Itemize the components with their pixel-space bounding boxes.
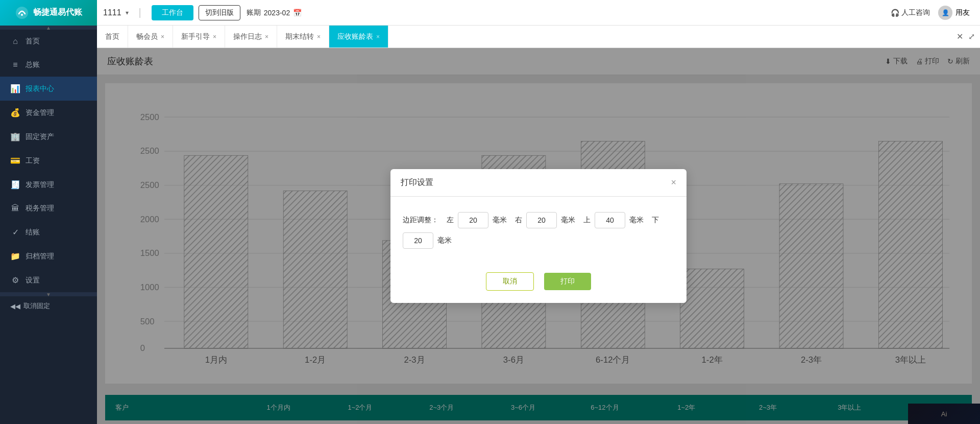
expand-button[interactable]: ⤢ <box>968 32 975 41</box>
user-info[interactable]: 👤 用友 <box>938 6 970 20</box>
logo-text: 畅捷通易代账 <box>33 7 82 18</box>
sidebar-item-fund-management[interactable]: 💰 资金管理 <box>0 101 97 125</box>
top-unit-label: 毫米 <box>629 216 644 225</box>
page-content: 应收账龄表 ⬇ 下载 🖨 打印 ↻ 刷新 <box>97 48 980 424</box>
company-name: 1111 <box>103 8 121 17</box>
sidebar-item-invoice-label: 发票管理 <box>26 180 54 190</box>
cancel-fixed-button[interactable]: ◀◀ 取消固定 <box>0 296 97 316</box>
consultation-label: 人工咨询 <box>901 8 930 17</box>
tab-member-close[interactable]: × <box>161 33 164 40</box>
calendar-icon[interactable]: 📅 <box>293 9 302 17</box>
tab-ar-close[interactable]: × <box>376 33 380 40</box>
svg-point-0 <box>16 7 28 19</box>
period-label: 账期 2023-02 📅 <box>247 8 302 17</box>
sidebar-item-invoice[interactable]: 🧾 发票管理 <box>0 173 97 197</box>
avatar: 👤 <box>938 6 952 20</box>
sidebar-item-tax[interactable]: 🏛 税务管理 <box>0 197 97 220</box>
sidebar-item-settings[interactable]: ⚙ 设置 <box>0 268 97 292</box>
period-text: 账期 <box>247 8 261 17</box>
left-margin-input[interactable] <box>458 212 488 228</box>
tab-log-close[interactable]: × <box>265 33 268 40</box>
settlement-icon: ✓ <box>10 227 20 237</box>
switch-version-button[interactable]: 切到旧版 <box>199 5 240 20</box>
svg-point-1 <box>21 14 23 16</box>
bottom-margin-input[interactable] <box>403 232 433 249</box>
right-direction-label: 右 <box>515 216 522 225</box>
tab-period-end[interactable]: 期末结转 × <box>277 26 329 48</box>
logo: 畅捷通易代账 <box>0 0 97 26</box>
separator-icon: | <box>139 7 141 18</box>
home-icon: ⌂ <box>10 37 20 46</box>
bottom-direction-label: 下 <box>652 216 659 225</box>
modal-close-button[interactable]: × <box>671 177 676 188</box>
bottom-unit-label: 毫米 <box>437 236 452 245</box>
margin-label: 边距调整： <box>403 216 438 225</box>
content-area: 首页 畅会员 × 新手引导 × 操作日志 × 期末结转 × 应收账龄表 × <box>97 26 980 424</box>
modal-body: 边距调整： 左 毫米 右 毫米 上 毫米 下 毫米 <box>390 197 687 264</box>
sidebar-item-settlement-label: 结账 <box>26 228 40 237</box>
sidebar-item-home[interactable]: ⌂ 首页 <box>0 30 97 53</box>
tab-operation-log[interactable]: 操作日志 × <box>225 26 277 48</box>
main-layout: ▲ ⌂ 首页 ≡ 总账 📊 报表中心 💰 资金管理 🏢 固定资产 💳 工资 🧾 … <box>0 26 980 424</box>
tab-member-label: 畅会员 <box>136 32 158 41</box>
sidebar-item-settlement[interactable]: ✓ 结账 <box>0 220 97 244</box>
sidebar-scroll-down[interactable]: ▼ <box>0 292 97 296</box>
topbar-right: 🎧 人工咨询 👤 用友 <box>891 6 980 20</box>
close-all-button[interactable]: ✕ <box>957 32 963 41</box>
report-icon: 📊 <box>10 84 20 93</box>
sidebar-item-tax-label: 税务管理 <box>26 204 54 213</box>
sidebar-item-home-label: 首页 <box>26 37 40 46</box>
archive-icon: 📁 <box>10 251 20 261</box>
fund-icon: 💰 <box>10 108 20 117</box>
user-label: 用友 <box>955 8 970 17</box>
headset-icon: 🎧 <box>891 9 899 17</box>
margin-row: 边距调整： 左 毫米 右 毫米 上 毫米 下 毫米 <box>403 212 674 249</box>
tab-member[interactable]: 畅会员 × <box>128 26 173 48</box>
left-direction-label: 左 <box>447 216 454 225</box>
cancel-fixed-label: 取消固定 <box>23 301 50 311</box>
sidebar-item-fund-label: 资金管理 <box>26 108 54 117</box>
sidebar-item-fixed-assets[interactable]: 🏢 固定资产 <box>0 125 97 149</box>
top-direction-label: 上 <box>583 216 591 225</box>
ledger-icon: ≡ <box>10 60 20 69</box>
tab-log-label: 操作日志 <box>233 32 262 41</box>
modal-header: 打印设置 × <box>390 169 687 197</box>
tab-period-close[interactable]: × <box>317 33 321 40</box>
right-unit-label: 毫米 <box>561 216 575 225</box>
tab-guide-label: 新手引导 <box>181 32 210 41</box>
tab-guide[interactable]: 新手引导 × <box>173 26 225 48</box>
salary-icon: 💳 <box>10 156 20 166</box>
modal-footer: 取消 打印 <box>390 264 687 303</box>
tab-period-label: 期末结转 <box>285 32 314 41</box>
sidebar-item-assets-label: 固定资产 <box>26 132 54 142</box>
tab-home[interactable]: 首页 <box>97 26 128 48</box>
cancel-print-button[interactable]: 取消 <box>486 272 534 291</box>
chevron-down-icon: ▾ <box>126 9 129 16</box>
modal-overlay: 打印设置 × 边距调整： 左 毫米 右 毫米 上 <box>97 48 980 424</box>
tax-icon: 🏛 <box>10 204 20 213</box>
tab-home-label: 首页 <box>105 32 119 41</box>
sidebar-item-salary-label: 工资 <box>26 156 40 166</box>
top-margin-input[interactable] <box>595 212 625 228</box>
workbench-button[interactable]: 工作台 <box>152 5 193 20</box>
tab-bar: 首页 畅会员 × 新手引导 × 操作日志 × 期末结转 × 应收账龄表 × <box>97 26 980 48</box>
sidebar: ▲ ⌂ 首页 ≡ 总账 📊 报表中心 💰 资金管理 🏢 固定资产 💳 工资 🧾 … <box>0 26 97 424</box>
invoice-icon: 🧾 <box>10 180 20 190</box>
assets-icon: 🏢 <box>10 132 20 142</box>
company-selector[interactable]: 1111 ▾ <box>97 0 135 26</box>
left-unit-label: 毫米 <box>493 216 507 225</box>
tab-ar-aging[interactable]: 应收账龄表 × <box>329 26 388 48</box>
cancel-fixed-icon: ◀◀ <box>10 302 20 310</box>
tab-guide-close[interactable]: × <box>213 33 216 40</box>
tab-ar-label: 应收账龄表 <box>337 32 373 41</box>
confirm-print-button[interactable]: 打印 <box>544 273 591 290</box>
topbar: 畅捷通易代账 1111 ▾ | 工作台 切到旧版 账期 2023-02 📅 🎧 … <box>0 0 980 26</box>
tab-bar-right: ✕ ⤢ <box>957 32 980 41</box>
sidebar-item-report-center[interactable]: 📊 报表中心 <box>0 77 97 101</box>
right-margin-input[interactable] <box>526 212 557 228</box>
consultation-button[interactable]: 🎧 人工咨询 <box>891 8 930 17</box>
sidebar-item-archive[interactable]: 📁 归档管理 <box>0 244 97 268</box>
sidebar-item-salary[interactable]: 💳 工资 <box>0 149 97 173</box>
sidebar-scroll-up[interactable]: ▲ <box>0 26 97 30</box>
sidebar-item-general-ledger[interactable]: ≡ 总账 <box>0 53 97 77</box>
